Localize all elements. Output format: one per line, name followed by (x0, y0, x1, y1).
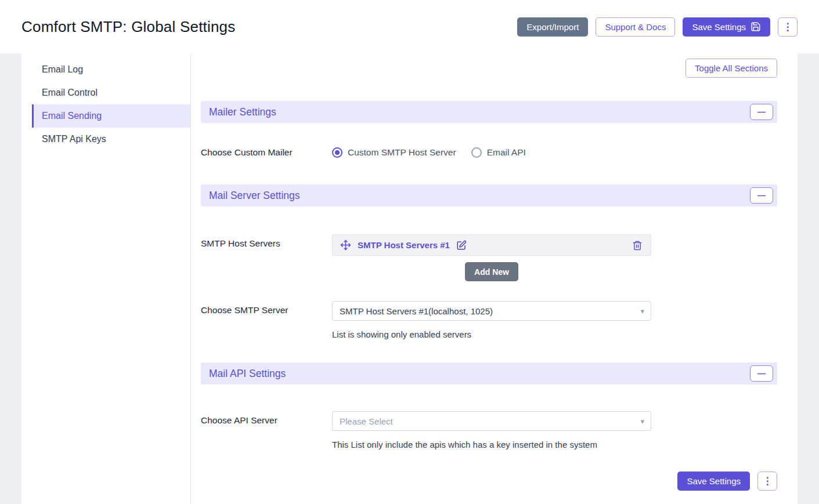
settings-content: Toggle All Sections Mailer Settings — Ch… (191, 53, 798, 504)
page-title: Comfort SMTP: Global Settings (21, 18, 235, 36)
mailer-settings-section-header: Mailer Settings — (201, 101, 777, 123)
chevron-down-icon: ▾ (640, 417, 644, 426)
ellipsis-icon: ⋮ (783, 22, 793, 32)
chevron-down-icon: ▾ (640, 307, 644, 316)
footer-save-settings-button[interactable]: Save Settings (677, 472, 750, 491)
settings-sidebar: Email Log Email Control Email Sending SM… (21, 53, 191, 504)
toggle-all-row: Toggle All Sections (201, 59, 777, 78)
header-more-menu-button[interactable]: ⋮ (778, 17, 798, 37)
smtp-host-servers-row: SMTP Host Servers SMTP Host Servers #1 (201, 234, 777, 281)
choose-custom-mailer-row: Choose Custom Mailer Custom SMTP Host Se… (201, 147, 777, 158)
mail-api-settings-title: Mail API Settings (209, 368, 286, 380)
smtp-host-servers-label: SMTP Host Servers (201, 234, 332, 249)
move-handle-icon[interactable] (340, 240, 351, 251)
save-settings-button[interactable]: Save Settings (683, 17, 770, 37)
settings-card: Email Log Email Control Email Sending SM… (21, 53, 798, 504)
smtp-host-servers-field: SMTP Host Servers #1 (332, 234, 651, 281)
footer-more-menu-button[interactable]: ⋮ (757, 472, 777, 491)
mail-server-settings-collapse-button[interactable]: — (750, 187, 773, 204)
api-server-help-text: This List only include the apis which ha… (332, 440, 651, 449)
header-actions: Export/Import Support & Docs Save Settin… (517, 17, 798, 37)
mailer-settings-title: Mailer Settings (209, 106, 276, 118)
smtp-host-server-name: SMTP Host Servers #1 (358, 240, 450, 250)
minus-icon: — (757, 369, 766, 378)
mail-api-settings-section-header: Mail API Settings — (201, 362, 777, 385)
radio-custom-smtp-host-server[interactable]: Custom SMTP Host Server (332, 147, 456, 158)
mailer-settings-collapse-button[interactable]: — (750, 104, 773, 120)
choose-smtp-server-label: Choose SMTP Server (201, 301, 332, 316)
smtp-server-select-value: SMTP Host Servers #1(localhost, 1025) (340, 306, 493, 316)
minus-icon: — (757, 108, 766, 116)
toggle-all-sections-button[interactable]: Toggle All Sections (685, 59, 777, 78)
ellipsis-icon: ⋮ (763, 476, 773, 486)
minus-icon: — (757, 191, 766, 200)
save-settings-label: Save Settings (692, 22, 746, 32)
choose-custom-mailer-label: Choose Custom Mailer (201, 147, 332, 158)
radio-email-api-label: Email API (487, 147, 526, 158)
support-docs-button[interactable]: Support & Docs (596, 17, 675, 37)
radio-selected-icon (332, 147, 342, 158)
delete-server-icon[interactable] (632, 240, 643, 251)
choose-smtp-server-row: Choose SMTP Server SMTP Host Servers #1(… (201, 301, 777, 339)
mail-server-settings-section-header: Mail Server Settings — (201, 184, 777, 206)
footer-actions: Save Settings ⋮ (201, 472, 777, 491)
custom-mailer-radio-group: Custom SMTP Host Server Email API (332, 147, 526, 158)
add-new-server-button[interactable]: Add New (465, 262, 518, 281)
choose-smtp-server-field: SMTP Host Servers #1(localhost, 1025) ▾ … (332, 301, 651, 339)
export-import-button[interactable]: Export/Import (517, 17, 588, 37)
sidebar-item-email-control[interactable]: Email Control (32, 81, 190, 104)
save-disk-icon (751, 21, 761, 32)
add-new-wrap: Add New (332, 262, 651, 281)
api-server-select-placeholder: Please Select (340, 416, 393, 426)
sidebar-item-email-log[interactable]: Email Log (32, 58, 190, 81)
page-header: Comfort SMTP: Global Settings Export/Imp… (0, 0, 819, 53)
choose-api-server-field: Please Select ▾ This List only include t… (332, 411, 651, 449)
radio-custom-smtp-label: Custom SMTP Host Server (348, 147, 456, 158)
api-server-select[interactable]: Please Select ▾ (332, 411, 651, 431)
choose-api-server-row: Choose API Server Please Select ▾ This L… (201, 411, 777, 449)
radio-email-api[interactable]: Email API (471, 147, 526, 158)
smtp-server-help-text: List is showing only enabled servers (332, 329, 651, 339)
sidebar-item-email-sending[interactable]: Email Sending (32, 104, 190, 128)
choose-api-server-label: Choose API Server (201, 411, 332, 426)
mail-server-settings-title: Mail Server Settings (209, 190, 300, 202)
edit-icon[interactable] (456, 240, 467, 251)
sidebar-item-smtp-api-keys[interactable]: SMTP Api Keys (32, 128, 190, 151)
radio-unselected-icon (471, 147, 482, 158)
smtp-host-server-item[interactable]: SMTP Host Servers #1 (332, 234, 651, 256)
smtp-server-select[interactable]: SMTP Host Servers #1(localhost, 1025) ▾ (332, 301, 651, 321)
mail-api-settings-collapse-button[interactable]: — (750, 365, 773, 382)
